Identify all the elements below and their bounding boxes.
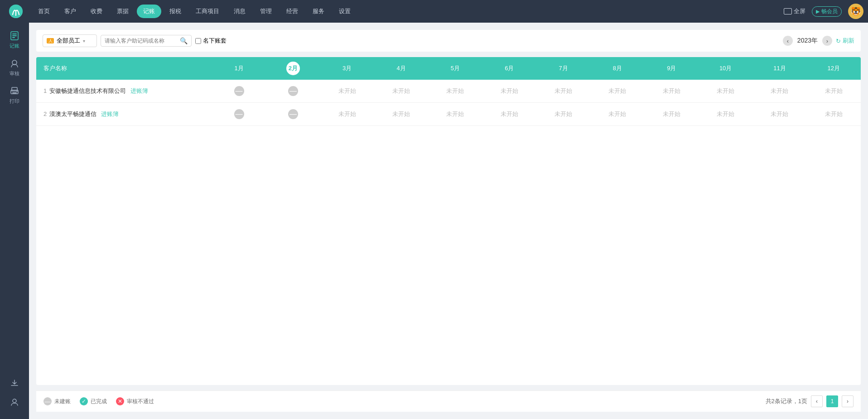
status-not-started: 未开始: [771, 87, 788, 94]
col-header-m4: 4月: [374, 57, 428, 80]
cell-m5-row1: 未开始: [428, 80, 482, 103]
status-not-started: 未开始: [446, 111, 464, 117]
enter-ledger-link[interactable]: 进账簿: [101, 111, 119, 117]
nav-invoice[interactable]: 票据: [111, 5, 135, 18]
col-header-m7: 7月: [536, 57, 590, 80]
status-not-started: 未开始: [608, 87, 626, 94]
page-1-button[interactable]: 1: [826, 395, 838, 407]
col-header-m3: 3月: [320, 57, 374, 80]
cell-m4-row2: 未开始: [374, 103, 428, 126]
content-area: 人 全部员工 ▾ 🔍 名下账套 ‹ 2023年 › ↻ 刷新: [29, 23, 868, 419]
year-display: 2023年: [797, 37, 818, 45]
sidebar-download[interactable]: [0, 374, 29, 393]
row-index: 1: [43, 87, 47, 94]
data-table-wrap: 客户名称 1月 2月 3月 4月 5月 6月 7月 8月 9月 10月 11月: [36, 57, 861, 385]
status-not-started: 未开始: [717, 111, 734, 117]
status-not-started: 未开始: [771, 111, 788, 117]
status-not-started: 未开始: [446, 87, 464, 94]
cell-m10-row2: 未开始: [699, 103, 752, 126]
cell-m12-row2: 未开始: [807, 103, 861, 126]
print-icon: [10, 86, 19, 96]
status-not-started: 未开始: [338, 111, 356, 117]
col-header-m12: 12月: [807, 57, 861, 80]
filter-bar: 人 全部员工 ▾ 🔍 名下账套 ‹ 2023年 › ↻ 刷新: [36, 30, 861, 52]
search-button[interactable]: 🔍: [180, 37, 188, 44]
accounting-icon: [10, 31, 19, 41]
table-row: 2漠澳太平畅捷通信进账簿——未开始未开始未开始未开始未开始未开始未开始未开始未开…: [36, 103, 861, 126]
employee-icon: 人: [47, 38, 54, 43]
fullscreen-button[interactable]: 全屏: [784, 7, 805, 15]
status-not-built: —: [234, 109, 244, 119]
col-header-m9: 9月: [645, 57, 699, 80]
svg-rect-4: [12, 37, 15, 38]
sidebar-item-audit[interactable]: 审核: [0, 54, 29, 82]
cell-m10-row1: 未开始: [699, 80, 752, 103]
status-not-started: 未开始: [825, 111, 843, 117]
status-not-started: 未开始: [608, 111, 626, 117]
nav-business[interactable]: 工商项目: [189, 5, 226, 18]
nav-message[interactable]: 消息: [227, 5, 252, 18]
status-not-started: 未开始: [338, 87, 356, 94]
svg-rect-3: [12, 35, 17, 36]
status-not-started: 未开始: [663, 111, 680, 117]
nav-tax[interactable]: 报税: [163, 5, 188, 18]
prev-year-button[interactable]: ‹: [783, 36, 793, 46]
status-not-started: 未开始: [392, 111, 410, 117]
top-nav: 首页 客户 收费 票据 记账 报税 工商项目 消息 管理 经营 服务 设置 全屏…: [0, 0, 868, 23]
nav-items: 首页 客户 收费 票据 记账 报税 工商项目 消息 管理 经营 服务 设置: [32, 5, 784, 18]
legend-label-gray: 未建账: [54, 398, 71, 405]
legend-dot-gray: —: [43, 397, 52, 405]
nav-settings[interactable]: 设置: [333, 5, 357, 18]
enter-ledger-link[interactable]: 进账簿: [130, 87, 148, 94]
sidebar-audit-label: 审核: [10, 70, 19, 77]
col-header-m2: 2月: [266, 57, 320, 80]
status-not-started: 未开始: [555, 87, 572, 94]
active-month-badge: 2月: [286, 62, 300, 75]
col-header-m1: 1月: [212, 57, 266, 80]
nav-management[interactable]: 管理: [254, 5, 278, 18]
nav-customer[interactable]: 客户: [58, 5, 82, 18]
cell-m7-row2: 未开始: [536, 103, 590, 126]
col-header-m6: 6月: [482, 57, 536, 80]
legend-completed: ✓ 已完成: [80, 397, 107, 405]
nav-home[interactable]: 首页: [32, 5, 56, 18]
refresh-button[interactable]: ↻ 刷新: [836, 37, 854, 45]
sidebar-user[interactable]: [0, 393, 29, 412]
next-page-button[interactable]: ›: [842, 395, 854, 407]
account-checkbox-wrap[interactable]: 名下账套: [195, 37, 227, 45]
vip-button[interactable]: ▶ 畅会员: [812, 6, 842, 17]
avatar[interactable]: 🐯: [848, 4, 863, 19]
svg-rect-8: [12, 92, 17, 93]
cell-name-2: 2漠澳太平畅捷通信进账簿: [36, 103, 212, 126]
status-not-started: 未开始: [717, 87, 734, 94]
employee-select[interactable]: 人 全部员工 ▾: [43, 34, 97, 47]
next-year-button[interactable]: ›: [822, 36, 832, 46]
cell-m6-row1: 未开始: [482, 80, 536, 103]
checkbox-label: 名下账套: [203, 37, 227, 45]
col-header-m11: 11月: [752, 57, 806, 80]
nav-billing[interactable]: 收费: [84, 5, 109, 18]
sidebar-item-accounting[interactable]: 记账: [0, 26, 29, 54]
cell-m6-row2: 未开始: [482, 103, 536, 126]
nav-accounting[interactable]: 记账: [137, 5, 161, 18]
customer-name: 漠澳太平畅捷通信: [49, 111, 96, 117]
nav-service[interactable]: 服务: [306, 5, 331, 18]
status-not-built: —: [288, 109, 298, 119]
logo: [5, 4, 27, 19]
search-wrap: 🔍: [101, 35, 192, 47]
sidebar-item-print[interactable]: 打印: [0, 82, 29, 109]
cell-m1-row2: —: [212, 103, 266, 126]
status-not-started: 未开始: [825, 87, 843, 94]
status-not-built: —: [288, 86, 298, 96]
svg-rect-2: [12, 34, 17, 34]
refresh-icon: ↻: [836, 38, 841, 44]
nav-operation[interactable]: 经营: [280, 5, 304, 18]
search-input[interactable]: [105, 38, 177, 44]
account-checkbox[interactable]: [195, 38, 201, 44]
prev-page-button[interactable]: ‹: [811, 395, 823, 407]
cell-name-1: 1安徽畅捷通信息技术有限公司进账簿: [36, 80, 212, 103]
sidebar-bottom: [0, 374, 29, 419]
pagination: 共2条记录，1页 ‹ 1 ›: [766, 395, 854, 407]
status-not-started: 未开始: [555, 111, 572, 117]
cell-m11-row2: 未开始: [752, 103, 806, 126]
